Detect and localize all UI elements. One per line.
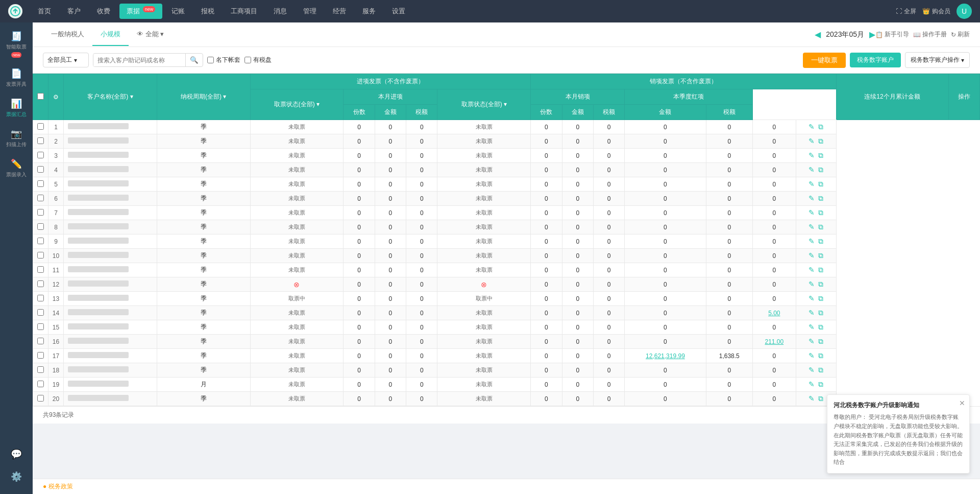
edit-icon[interactable]: ✎ (808, 280, 815, 288)
copy-icon[interactable]: ⧉ (818, 194, 823, 202)
copy-icon[interactable]: ⧉ (818, 237, 823, 245)
row-checkbox[interactable] (37, 280, 44, 287)
copy-icon[interactable]: ⧉ (818, 137, 823, 145)
sub-ledger-checkbox[interactable] (207, 57, 214, 63)
employee-filter-select[interactable]: 全部员工 ▾ (43, 53, 89, 67)
header-client-name[interactable]: 客户名称(全部) ▾ (64, 74, 157, 120)
digital-account-btn[interactable]: 税务数字账户 (850, 53, 901, 67)
nav-fee[interactable]: 收费 (90, 4, 117, 19)
header-tax-period[interactable]: 纳税周期(全部) ▾ (157, 74, 250, 120)
member-btn[interactable]: 👑 购会员 (922, 7, 950, 16)
popup-close-btn[interactable]: ✕ (959, 399, 965, 407)
nav-home[interactable]: 首页 (31, 4, 58, 19)
sidebar-item-entry[interactable]: ✏️ 票据录入 (2, 154, 31, 182)
row-checkbox[interactable] (37, 166, 44, 173)
row-checkbox[interactable] (37, 295, 44, 301)
copy-icon[interactable]: ⧉ (818, 180, 823, 188)
row-checkbox[interactable] (37, 180, 44, 187)
sidebar-msg-btn[interactable]: 💬 (7, 445, 26, 463)
nav-biz[interactable]: 工商项目 (224, 4, 264, 19)
refresh-btn[interactable]: ↻ 刷新 (951, 30, 970, 39)
edit-icon[interactable]: ✎ (808, 323, 815, 331)
row-checkbox[interactable] (37, 266, 44, 273)
red-amount-link[interactable]: 12,621,319.99 (646, 352, 685, 360)
has-tax-checkbox-label[interactable]: 有税盘 (244, 56, 272, 64)
sidebar-item-smart-ticket[interactable]: 🧾 智能取票 new (2, 27, 31, 62)
edit-icon[interactable]: ✎ (808, 266, 815, 274)
row-checkbox[interactable] (37, 238, 44, 244)
sub-ledger-checkbox-label[interactable]: 名下帐套 (207, 56, 240, 64)
copy-icon[interactable]: ⧉ (818, 223, 823, 231)
sidebar-item-invoice-open[interactable]: 📄 发票开具 (2, 64, 31, 92)
fullscreen-btn[interactable]: ⛶ 全屏 (896, 7, 916, 16)
copy-icon[interactable]: ⧉ (818, 280, 823, 288)
row-checkbox[interactable] (37, 309, 44, 316)
nav-admin[interactable]: 管理 (296, 4, 324, 19)
edit-icon[interactable]: ✎ (808, 180, 815, 188)
search-submit-btn[interactable]: 🔍 (185, 54, 203, 66)
copy-icon[interactable]: ⧉ (818, 294, 823, 302)
row-checkbox[interactable] (37, 137, 44, 144)
row-checkbox[interactable] (37, 152, 44, 158)
row-checkbox[interactable] (37, 381, 44, 387)
edit-icon[interactable]: ✎ (808, 208, 815, 217)
header-in-status[interactable]: 取票状态(全部) ▾ (250, 89, 344, 120)
row-checkbox[interactable] (37, 209, 44, 216)
row-checkbox[interactable] (37, 252, 44, 258)
sidebar-settings-btn[interactable]: ⚙️ (7, 467, 26, 486)
nav-operation[interactable]: 经营 (326, 4, 353, 19)
prev-month-btn[interactable]: ◀ (815, 30, 821, 39)
copy-icon[interactable]: ⧉ (818, 151, 823, 159)
one-key-fetch-btn[interactable]: 一键取票 (803, 53, 846, 68)
edit-icon[interactable]: ✎ (808, 194, 815, 202)
edit-icon[interactable]: ✎ (808, 309, 815, 317)
edit-icon[interactable]: ✎ (808, 380, 815, 388)
copy-icon[interactable]: ⧉ (818, 323, 823, 331)
sidebar-item-summary[interactable]: 📊 票据汇总 (2, 94, 31, 122)
edit-icon[interactable]: ✎ (808, 366, 815, 374)
client-search-input[interactable] (93, 54, 185, 66)
has-tax-checkbox[interactable] (244, 57, 251, 63)
nav-client[interactable]: 客户 (60, 4, 88, 19)
edit-icon[interactable]: ✎ (808, 351, 815, 360)
nav-accounting[interactable]: 记账 (164, 4, 192, 19)
copy-icon[interactable]: ⧉ (818, 337, 823, 345)
edit-icon[interactable]: ✎ (808, 251, 815, 260)
edit-icon[interactable]: ✎ (808, 394, 815, 403)
copy-icon[interactable]: ⧉ (818, 266, 823, 274)
cum12-link[interactable]: 5.00 (768, 310, 780, 317)
nav-settings[interactable]: 设置 (385, 4, 412, 19)
copy-icon[interactable]: ⧉ (818, 394, 823, 403)
row-checkbox[interactable] (37, 323, 44, 330)
row-checkbox[interactable] (37, 352, 44, 359)
manual-link[interactable]: 📖 操作手册 (913, 30, 947, 39)
header-out-status[interactable]: 取票状态(全部) ▾ (437, 89, 531, 120)
edit-icon[interactable]: ✎ (808, 337, 815, 345)
nav-tax[interactable]: 报税 (194, 4, 222, 19)
copy-icon[interactable]: ⧉ (818, 251, 823, 260)
copy-icon[interactable]: ⧉ (818, 366, 823, 374)
edit-icon[interactable]: ✎ (808, 151, 815, 159)
user-avatar[interactable]: U (957, 4, 972, 19)
digital-account-op-btn[interactable]: 税务数字账户操作 ▾ (905, 52, 970, 68)
row-checkbox[interactable] (37, 123, 44, 130)
copy-icon[interactable]: ⧉ (818, 208, 823, 217)
edit-icon[interactable]: ✎ (808, 223, 815, 231)
nav-ticket[interactable]: 票据 new (119, 4, 162, 19)
copy-icon[interactable]: ⧉ (818, 309, 823, 317)
cum12-link[interactable]: 211.00 (765, 338, 783, 345)
copy-icon[interactable]: ⧉ (818, 123, 823, 131)
select-all-checkbox[interactable] (37, 93, 44, 100)
edit-icon[interactable]: ✎ (808, 237, 815, 245)
copy-icon[interactable]: ⧉ (818, 351, 823, 360)
row-checkbox[interactable] (37, 395, 44, 402)
nav-service[interactable]: 服务 (355, 4, 383, 19)
row-checkbox[interactable] (37, 195, 44, 201)
tab-small-scale[interactable]: 小规模 (92, 23, 129, 46)
guide-link[interactable]: 📋 新手引导 (875, 30, 909, 39)
copy-icon[interactable]: ⧉ (818, 380, 823, 388)
edit-icon[interactable]: ✎ (808, 166, 815, 174)
tab-all[interactable]: 👁 全能 ▾ (129, 23, 172, 46)
nav-message[interactable]: 消息 (266, 4, 294, 19)
row-checkbox[interactable] (37, 223, 44, 230)
